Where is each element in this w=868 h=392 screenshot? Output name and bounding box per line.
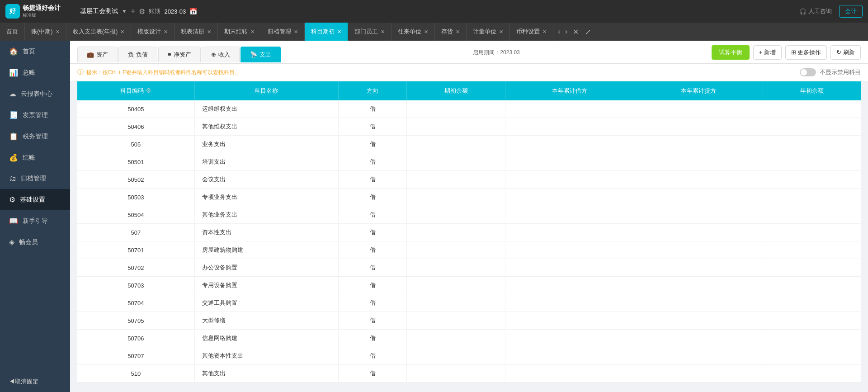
close-tab-template[interactable]: ✕ (164, 29, 168, 35)
cell-q4-13 (763, 330, 861, 347)
cell-q4-8 (763, 241, 861, 259)
cell-code-10: 50703 (77, 277, 194, 294)
table-row[interactable]: 50706 信息网络购建 借 (77, 330, 861, 347)
sidebar-item-invoice[interactable]: 🧾 发票管理 (0, 104, 70, 126)
subtab-assets[interactable]: 💼 资产 (77, 47, 118, 62)
sidebar-label-settle: 结账 (23, 154, 35, 162)
table-row[interactable]: 50702 办公设备购置 借 (77, 259, 861, 277)
tab-scroll-left[interactable]: ‹ (556, 27, 562, 37)
table-row[interactable]: 50406 其他维权支出 借 (77, 118, 861, 136)
table-row[interactable]: 507 资本性支出 借 (77, 224, 861, 241)
settle-icon: 💰 (9, 153, 18, 162)
sidebar-item-home[interactable]: 🏠 首页 (0, 41, 70, 62)
table-row[interactable]: 510 其他支出 借 (77, 365, 861, 383)
sidebar-collapse-btn[interactable]: ◀取消固定 (0, 371, 70, 392)
table-row[interactable]: 50703 专用设备购置 借 (77, 277, 861, 294)
add-btn[interactable]: + 新增 (753, 45, 782, 60)
tab-contacts[interactable]: 往来单位 ✕ (392, 23, 435, 41)
subtab-expense[interactable]: 📡 支出 (241, 47, 281, 62)
tab-inventory[interactable]: 存货 ✕ (435, 23, 467, 41)
tab-archive[interactable]: 归档管理 ✕ (261, 23, 305, 41)
period-info: 启用期间：2023.03 (473, 49, 519, 57)
tab-currency[interactable]: 币种设置 ✕ (510, 23, 553, 41)
subject-table: 科目编码 ⚙ 科目名称 方向 期初余额 本年累计借方 本年累计贷方 年初余额 5… (77, 81, 861, 383)
tab-period-end[interactable]: 期末结转 ✕ (218, 23, 261, 41)
close-tab-income[interactable]: ✕ (120, 29, 124, 35)
sidebar-label-settings: 基础设置 (20, 196, 45, 204)
sidebar-item-vip[interactable]: ◈ 畅会员 (0, 231, 70, 253)
tab-dept[interactable]: 部门员工 ✕ (348, 23, 392, 41)
close-tab-period-end[interactable]: ✕ (250, 29, 255, 35)
table-row[interactable]: 50501 培训支出 借 (77, 153, 861, 171)
cell-q4-12 (763, 312, 861, 330)
close-tab-inventory[interactable]: ✕ (456, 29, 460, 35)
close-tab-contacts[interactable]: ✕ (424, 29, 428, 35)
subtab-net-assets[interactable]: ≡ 净资产 (158, 47, 201, 62)
close-tab-period[interactable]: ✕ (56, 29, 60, 35)
tab-income-report[interactable]: 收入支出表(年报) ✕ (66, 23, 132, 41)
app-logo: 好 畅捷通好会计 标准版 (5, 4, 75, 19)
settings-nav-icon: ⚙ (9, 195, 15, 204)
cell-q4-2 (763, 136, 861, 153)
cell-q1-12 (407, 312, 505, 330)
sub-tab-bar: 💼 资产 负 负债 ≡ 净资产 ⊕ 收入 📡 支出 启用期间：2023.03 (70, 41, 868, 64)
cell-q1-4 (407, 171, 505, 189)
company-dropdown[interactable]: ▼ (122, 8, 127, 14)
col-name: 科目名称 (194, 81, 338, 100)
cell-q4-1 (763, 118, 861, 136)
close-tab-dept[interactable]: ✕ (381, 29, 385, 35)
cell-direction-1: 借 (338, 118, 406, 136)
cell-direction-3: 借 (338, 153, 406, 171)
tab-close-all[interactable]: ✕ (570, 27, 581, 37)
show-disabled-toggle[interactable] (800, 68, 816, 76)
cell-q4-14 (763, 347, 861, 365)
sidebar-item-cloud[interactable]: ☁ 云报表中心 (0, 83, 70, 104)
tab-template[interactable]: 模版设计 ✕ (131, 23, 175, 41)
support-btn[interactable]: 🎧 人工咨询 (799, 7, 832, 15)
table-row[interactable]: 50707 其他资本性支出 借 (77, 347, 861, 365)
tab-home[interactable]: 首页 (0, 23, 25, 41)
table-row[interactable]: 505 业务支出 借 (77, 136, 861, 153)
cell-q2-0 (505, 100, 634, 118)
cell-q2-8 (505, 241, 634, 259)
table-row[interactable]: 50504 其他业务支出 借 (77, 206, 861, 224)
tab-measure[interactable]: 计量单位 ✕ (467, 23, 510, 41)
sidebar-item-ledger[interactable]: 📊 总账 (0, 62, 70, 83)
close-tab-measure[interactable]: ✕ (499, 29, 503, 35)
close-tab-subject[interactable]: ✕ (337, 29, 341, 35)
calc-balance-btn[interactable]: 试算平衡 (712, 45, 750, 60)
subtab-income[interactable]: ⊕ 收入 (202, 47, 240, 62)
cell-q2-11 (505, 294, 634, 312)
tab-subject-init[interactable]: 科目期初 ✕ (305, 23, 348, 41)
account-btn[interactable]: 会计 (839, 5, 863, 18)
close-tab-tax[interactable]: ✕ (207, 29, 211, 35)
refresh-btn[interactable]: ↻ 刷新 (830, 45, 861, 60)
close-tab-currency[interactable]: ✕ (542, 29, 547, 35)
table-wrapper: 科目编码 ⚙ 科目名称 方向 期初余额 本年累计借方 本年累计贷方 年初余额 5… (70, 81, 868, 392)
calendar-icon[interactable]: 📅 (189, 8, 197, 15)
cell-q4-7 (763, 224, 861, 241)
sidebar-item-guide[interactable]: 📖 新手引导 (0, 210, 70, 231)
table-row[interactable]: 50503 专项业务支出 借 (77, 189, 861, 206)
assets-icon: 💼 (87, 51, 94, 58)
table-row[interactable]: 50705 大型修缮 借 (77, 312, 861, 330)
tab-scroll-right[interactable]: › (563, 27, 569, 37)
sidebar-item-settle[interactable]: 💰 结账 (0, 147, 70, 168)
tab-period[interactable]: 账(中期) ✕ (25, 23, 66, 41)
sidebar-item-settings[interactable]: ⚙ 基础设置 (0, 189, 70, 210)
add-workspace-btn[interactable]: + (131, 7, 136, 16)
tab-expand[interactable]: ⤢ (582, 27, 594, 37)
table-row[interactable]: 50704 交通工具购置 借 (77, 294, 861, 312)
sidebar-item-tax[interactable]: 📋 税务管理 (0, 126, 70, 147)
subtab-liabilities[interactable]: 负 负债 (118, 47, 157, 62)
col-code-settings[interactable]: ⚙ (146, 87, 151, 94)
settings-btn[interactable]: ⚙ (139, 7, 145, 16)
cell-direction-15: 借 (338, 365, 406, 383)
tab-tax[interactable]: 税表清册 ✕ (175, 23, 218, 41)
table-row[interactable]: 50701 房屋建筑物购建 借 (77, 241, 861, 259)
close-tab-archive[interactable]: ✕ (294, 29, 298, 35)
sidebar-item-archive[interactable]: 🗂 归档管理 (0, 168, 70, 189)
table-row[interactable]: 50405 运维维权支出 借 (77, 100, 861, 118)
more-ops-btn[interactable]: ⊞ 更多操作 (785, 45, 827, 60)
table-row[interactable]: 50502 会议支出 借 (77, 171, 861, 189)
